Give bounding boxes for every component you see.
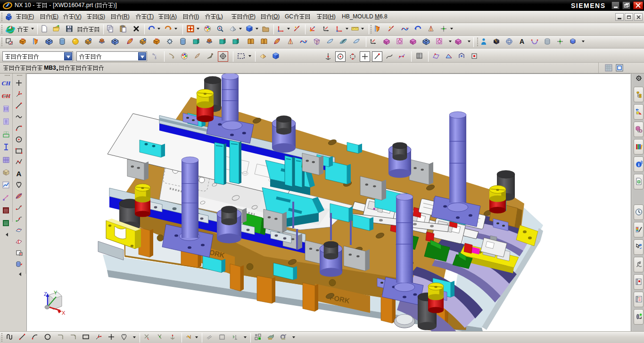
svg-text:Z: Z [44,291,47,297]
svg-text:A: A [17,170,22,178]
svg-text:i: i [638,162,640,167]
svg-text:X: X [62,310,66,316]
svg-text:CH: CH [2,80,10,87]
svg-text:Y: Y [54,290,58,295]
svg-text:A: A [520,38,524,45]
